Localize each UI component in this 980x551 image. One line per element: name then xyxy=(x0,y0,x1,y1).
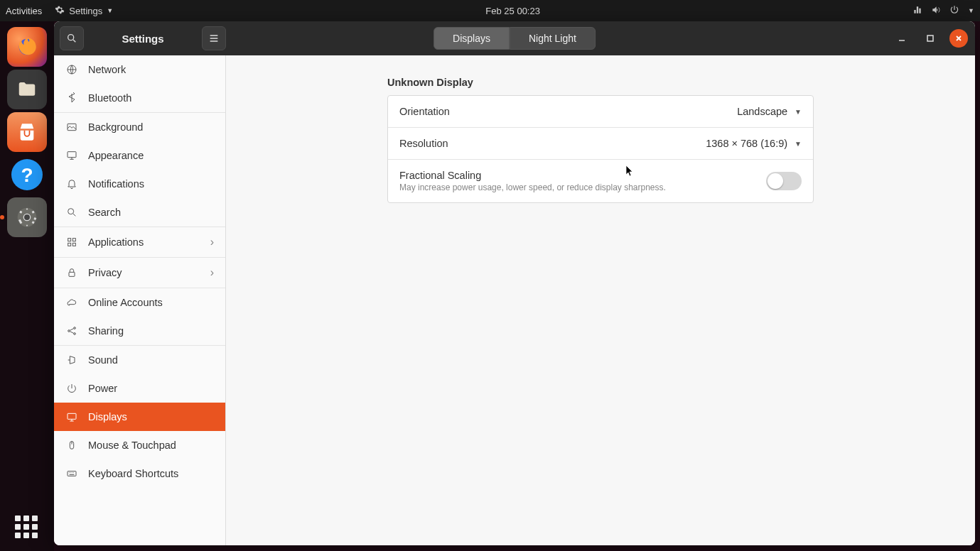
sidebar-item-bluetooth[interactable]: Bluetooth xyxy=(54,84,225,113)
sidebar-item-label: Privacy xyxy=(88,267,122,278)
svg-rect-6 xyxy=(927,36,933,41)
top-bar: Activities Settings ▼ Feb 25 00:23 ▼ xyxy=(0,0,980,21)
fractional-scaling-description: May increase power usage, lower speed, o… xyxy=(399,182,666,192)
maximize-button[interactable] xyxy=(921,29,939,48)
cloud-icon xyxy=(65,297,78,308)
sharing-icon xyxy=(65,325,78,337)
menu-button[interactable] xyxy=(202,26,226,50)
hamburger-icon xyxy=(208,33,220,44)
svg-rect-13 xyxy=(68,243,71,246)
sidebar-item-label: Online Accounts xyxy=(88,297,163,308)
svg-rect-14 xyxy=(72,243,75,246)
dock-app-help[interactable]: ? xyxy=(7,155,47,195)
svg-text:?: ? xyxy=(21,164,33,186)
sidebar-item-label: Displays xyxy=(88,411,127,422)
sidebar-item-search[interactable]: Search xyxy=(54,198,225,227)
sidebar-item-label: Keyboard Shortcuts xyxy=(88,468,178,479)
chevron-down-icon[interactable]: ▼ xyxy=(968,7,974,14)
sound-icon xyxy=(65,354,78,366)
background-icon xyxy=(65,121,78,133)
display-name-heading: Unknown Display xyxy=(387,77,814,88)
sidebar-item-label: Background xyxy=(88,121,143,133)
svg-point-18 xyxy=(74,333,76,335)
app-menu-label: Settings xyxy=(69,6,102,16)
orientation-value: Landscape xyxy=(737,106,787,117)
sidebar-item-notifications[interactable]: Notifications xyxy=(54,170,225,198)
tab-displays[interactable]: Displays xyxy=(434,27,510,50)
power-icon[interactable] xyxy=(949,5,959,17)
sidebar-item-sharing[interactable]: Sharing xyxy=(54,317,225,346)
chevron-down-icon: ▼ xyxy=(795,108,802,116)
resolution-label: Resolution xyxy=(399,138,448,149)
sidebar-item-label: Mouse & Touchpad xyxy=(88,440,176,451)
sidebar-item-label: Appearance xyxy=(88,150,144,161)
orientation-label: Orientation xyxy=(399,106,450,117)
sidebar-item-privacy[interactable]: Privacy › xyxy=(54,258,225,288)
display-settings-panel: Orientation Landscape ▼ Resolution 1368 … xyxy=(387,95,814,203)
svg-rect-21 xyxy=(68,471,76,476)
resolution-row[interactable]: Resolution 1368 × 768 (16:9) ▼ xyxy=(388,128,813,160)
sidebar-item-online-accounts[interactable]: Online Accounts xyxy=(54,288,225,317)
svg-rect-19 xyxy=(68,413,76,419)
svg-point-4 xyxy=(24,214,30,220)
sidebar-item-mouse[interactable]: Mouse & Touchpad xyxy=(54,431,225,459)
search-button[interactable] xyxy=(60,26,84,50)
orientation-row[interactable]: Orientation Landscape ▼ xyxy=(388,96,813,128)
svg-point-5 xyxy=(68,35,74,40)
sidebar-item-label: Network xyxy=(88,64,126,75)
view-switcher: Displays Night Light xyxy=(434,27,596,50)
lock-icon xyxy=(65,267,78,278)
gear-icon xyxy=(55,5,65,17)
sidebar-item-applications[interactable]: Applications › xyxy=(54,227,225,258)
minimize-button[interactable] xyxy=(893,29,911,48)
sidebar-item-label: Sound xyxy=(88,354,118,366)
clock[interactable]: Feb 25 00:23 xyxy=(113,6,912,16)
svg-point-17 xyxy=(74,327,76,329)
chevron-down-icon: ▼ xyxy=(107,7,113,14)
svg-point-10 xyxy=(68,209,74,214)
bluetooth-icon xyxy=(65,92,78,104)
show-applications-button[interactable] xyxy=(15,515,39,540)
sidebar-item-power[interactable]: Power xyxy=(54,374,225,403)
sidebar-item-label: Sharing xyxy=(88,325,124,337)
network-icon[interactable] xyxy=(912,5,922,17)
dock-app-firefox[interactable] xyxy=(7,27,47,67)
dock-app-settings[interactable] xyxy=(7,197,47,237)
svg-point-16 xyxy=(68,330,70,332)
search-icon xyxy=(66,33,77,44)
fractional-scaling-row: Fractional Scaling May increase power us… xyxy=(388,160,813,202)
mouse-icon xyxy=(65,440,78,451)
svg-rect-15 xyxy=(69,272,75,276)
tab-night-light[interactable]: Night Light xyxy=(510,27,596,50)
sidebar-item-background[interactable]: Background xyxy=(54,113,225,141)
content-area: Unknown Display Orientation Landscape ▼ … xyxy=(226,55,975,545)
sidebar-item-appearance[interactable]: Appearance xyxy=(54,141,225,170)
app-menu-button[interactable]: Settings ▼ xyxy=(55,5,113,17)
titlebar: Settings Displays Night Light xyxy=(54,21,975,55)
globe-icon xyxy=(65,64,78,75)
sidebar-item-displays[interactable]: Displays xyxy=(54,403,225,431)
svg-rect-9 xyxy=(68,152,76,158)
fractional-scaling-switch[interactable] xyxy=(766,172,802,190)
sidebar-item-sound[interactable]: Sound xyxy=(54,346,225,374)
sidebar-item-network[interactable]: Network xyxy=(54,55,225,84)
dock-app-software[interactable] xyxy=(7,112,47,152)
volume-icon[interactable] xyxy=(931,5,941,17)
sidebar-item-label: Power xyxy=(88,383,117,394)
sidebar-item-label: Bluetooth xyxy=(88,92,131,104)
resolution-value: 1368 × 768 (16:9) xyxy=(706,138,787,149)
sidebar-item-keyboard[interactable]: Keyboard Shortcuts xyxy=(54,459,225,488)
dock: ? xyxy=(0,21,54,551)
activities-button[interactable]: Activities xyxy=(6,6,42,16)
dock-app-files[interactable] xyxy=(7,70,47,109)
power-icon xyxy=(65,383,78,394)
displays-icon xyxy=(65,411,78,422)
sidebar: Network Bluetooth Background Appearance … xyxy=(54,55,226,545)
svg-rect-11 xyxy=(68,239,71,241)
chevron-right-icon: › xyxy=(210,266,214,279)
close-button[interactable] xyxy=(949,29,968,48)
window-title: Settings xyxy=(90,33,196,45)
sidebar-item-label: Notifications xyxy=(88,178,144,190)
fractional-scaling-label: Fractional Scaling xyxy=(399,170,666,181)
sidebar-item-label: Applications xyxy=(88,236,144,248)
